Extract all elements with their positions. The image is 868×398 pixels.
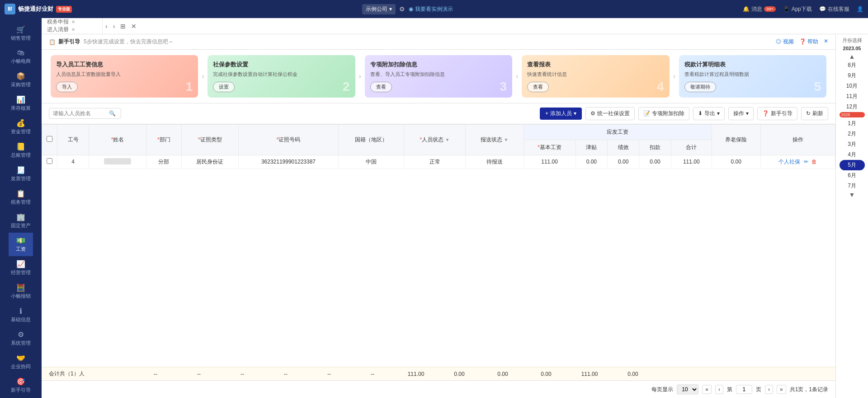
settings-icon[interactable]: ⚙ [399, 5, 405, 13]
pagination-bar: 每页显示 10 20 50 « ‹ 第 页 › » 共1页，1条记录 [42, 380, 835, 398]
bell-icon: 🔔 [743, 6, 750, 12]
row-department: 分部 [146, 155, 181, 169]
month-item-6月[interactable]: 6月 [840, 170, 865, 181]
month-down-nav[interactable]: ▼ [849, 191, 855, 198]
user-avatar[interactable]: 👤 [857, 6, 863, 12]
row-checkbox[interactable] [47, 158, 52, 164]
step-arrow-4: › [671, 55, 677, 98]
page-first-button[interactable]: « [702, 385, 712, 394]
tab-tax_report[interactable]: 税务申报 ✕ [42, 18, 103, 26]
sidebar-item-inventory[interactable]: 📊 库存核算 [9, 92, 33, 115]
action-personal-social[interactable]: 个人社保 [778, 159, 800, 165]
tab-bar: 首页 分层经营 ✕ 客户联络 ✕ 引导说明 ✕ 邀请下游客户 ✕ 往来单位商品编… [42, 18, 868, 34]
month-item-1月[interactable]: 1月 [840, 118, 865, 129]
step-button-1[interactable]: 导入 [56, 82, 78, 92]
row-checkbox-cell [42, 155, 57, 169]
version-badge: 专业版 [56, 6, 72, 13]
report-filter-icon[interactable]: ▼ [504, 137, 508, 142]
month-item-3月[interactable]: 3月 [840, 139, 865, 150]
add-person-button[interactable]: + 添加人员 ▾ [540, 108, 582, 120]
table-toolbar: 🔍 + 添加人员 ▾ ⚙ 统一社保设置 [42, 103, 835, 124]
company-selector[interactable]: 示例公司 ▾ [362, 4, 396, 14]
sidebar-item-salary[interactable]: 💵 工资 [9, 233, 33, 256]
notification-label: 消息 [751, 5, 762, 13]
sidebar-item-enterprise[interactable]: 🤝 企业协同 [9, 350, 33, 374]
tab-close-all[interactable]: ✕ [128, 23, 139, 30]
sidebar-label-ecommerce: 小畅电商 [11, 58, 31, 65]
select-all-checkbox[interactable] [47, 136, 52, 142]
month-item-8月[interactable]: 8月 [840, 60, 865, 70]
month-up-nav[interactable]: ▲ [849, 53, 855, 60]
month-item-5月[interactable]: 5月 [840, 160, 865, 170]
tab-nav-prev[interactable]: ‹ [103, 23, 110, 30]
online-service-button[interactable]: 💬 在线客服 [819, 5, 849, 13]
sidebar-item-ecommerce[interactable]: 🛍 小畅电商 [9, 45, 33, 68]
refresh-button[interactable]: ↻ 刷新 [801, 107, 828, 120]
step-button-2[interactable]: 设置 [213, 82, 235, 92]
sidebar-item-tax[interactable]: 📋 税务管理 [9, 186, 33, 209]
month-item-7月[interactable]: 7月 [840, 181, 865, 191]
month-item-11月[interactable]: 11月 [840, 91, 865, 102]
sidebar-item-assets[interactable]: 🏢 固定资产 [9, 209, 33, 233]
tab-close-clearance[interactable]: ✕ [71, 27, 75, 32]
addon-deduction-button[interactable]: 📝 专项附加扣除 [638, 107, 689, 120]
search-input[interactable] [53, 110, 107, 117]
month-item-10月[interactable]: 10月 [840, 81, 865, 91]
unified-settings-button[interactable]: ⚙ 统一社保设置 [585, 107, 635, 120]
action-edit[interactable]: ✏ [804, 159, 808, 165]
page-input[interactable] [736, 385, 752, 394]
step-title-5: 税款计算明细表 [684, 61, 821, 69]
page-next-button[interactable]: › [765, 385, 773, 394]
tab-nav-next[interactable]: › [110, 23, 118, 30]
tab-close-tax_report[interactable]: ✕ [71, 19, 75, 24]
sidebar-item-finance[interactable]: 💰 资金管理 [9, 115, 33, 139]
footer-total-persons: 会计共（1）人 [49, 370, 130, 378]
step-title-1: 导入员工工资信息 [56, 61, 193, 69]
sidebar-item-guide[interactable]: 🎯 新手引导 [9, 374, 33, 397]
sidebar-item-operations[interactable]: 📈 经营管理 [9, 256, 33, 280]
tab-nav-more[interactable]: ⊞ [118, 23, 128, 30]
step-number-3: 3 [500, 80, 507, 94]
row-id-number: 36232119990122338​7 [239, 155, 339, 169]
page-last-button[interactable]: » [777, 385, 786, 394]
demo-link[interactable]: ◉ 我要看实例演示 [409, 5, 453, 13]
guide-video-link[interactable]: ◎ 视频 [776, 38, 793, 46]
new-guide-button[interactable]: ❓ 新手引导 [757, 107, 797, 120]
sidebar-item-basic[interactable]: ℹ 基础信息 [9, 303, 33, 327]
sidebar-item-sales[interactable]: 🛒 销售管理 [9, 22, 33, 45]
online-service-label: 在线客服 [828, 5, 849, 13]
sidebar-item-purchase[interactable]: 📦 采购管理 [9, 68, 33, 92]
logo-icon: 财 [5, 4, 15, 14]
action-delete[interactable]: 🗑 [811, 159, 817, 165]
month-item-12月[interactable]: 12月 [840, 102, 865, 112]
operations-button[interactable]: 操作 ▾ [728, 107, 754, 120]
page-prev-button[interactable]: ‹ [715, 385, 723, 394]
sidebar-item-accounting[interactable]: 📒 总账管理 [9, 139, 33, 162]
sidebar-label-finance: 资金管理 [11, 128, 31, 135]
month-item-9月[interactable]: 9月 [840, 70, 865, 81]
sidebar-item-report[interactable]: 🧮 小畅报销 [9, 280, 33, 303]
sidebar-item-system[interactable]: ⚙ 系统管理 [9, 327, 33, 350]
deduction-icon: 📝 [643, 110, 650, 117]
month-item-2月[interactable]: 2月 [840, 129, 865, 139]
step-button-4[interactable]: 查看 [527, 82, 549, 92]
tax-icon: 📋 [16, 189, 25, 198]
export-button[interactable]: ⬇ 导出 ▾ [693, 107, 725, 120]
footer-grand-total: 111.00 [571, 371, 608, 377]
guide-help-link[interactable]: ❓ 帮助 [799, 38, 818, 46]
sidebar-item-invoice[interactable]: 🧾 发票管理 [9, 162, 33, 186]
step-button-5[interactable]: 敬请期待 [684, 82, 716, 92]
status-filter-icon[interactable]: ▼ [445, 137, 450, 142]
sidebar-label-system: 系统管理 [11, 340, 31, 346]
guide-close-icon[interactable]: ✕ [824, 38, 828, 46]
guide-title: 📋 新手引导 [49, 38, 80, 46]
table-footer: 会计共（1）人 -- -- -- -- -- -- 111.00 0.00 0.… [42, 367, 835, 380]
page-label: 第 [727, 386, 732, 393]
step-button-3[interactable]: 查看 [370, 82, 392, 92]
notification-button[interactable]: 🔔 消息 99+ [743, 5, 775, 13]
guide-icon: 🎯 [16, 377, 25, 386]
app-download-button[interactable]: 📱 App下载 [783, 5, 812, 13]
tab-clearance[interactable]: 进入清册 ✕ [42, 26, 103, 33]
month-item-4月[interactable]: 4月 [840, 150, 865, 160]
page-size-select[interactable]: 10 20 50 [677, 384, 698, 394]
